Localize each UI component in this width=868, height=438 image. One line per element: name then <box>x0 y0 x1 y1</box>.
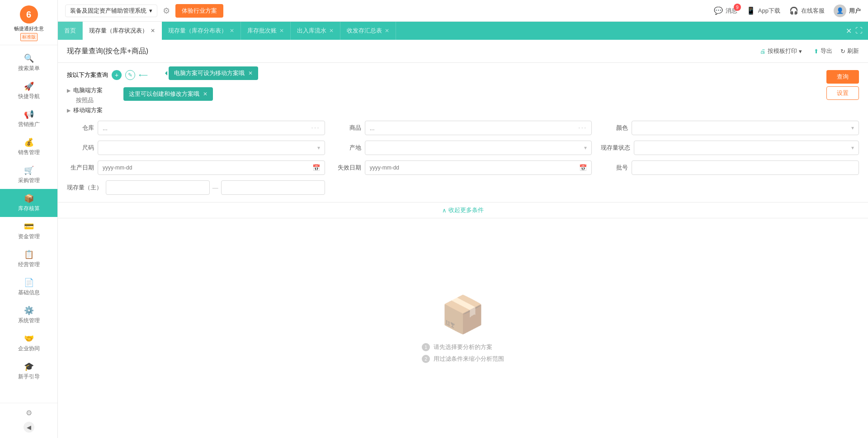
calendar-icon[interactable]: 📅 <box>579 164 587 171</box>
filter-row-stock-status: 现存量状态 ▾ <box>601 141 859 155</box>
app-download-btn[interactable]: 📱 App下载 <box>746 6 780 15</box>
expiry-date-field[interactable] <box>370 165 580 171</box>
tab-close-all-icon[interactable]: ✕ <box>846 27 852 35</box>
scheme-mobile-item[interactable]: ▶ 移动端方案 <box>67 105 859 115</box>
tooltip-desktop: 电脑方案可设为移动方案哦 ✕ <box>169 66 258 80</box>
sidebar-item-newbie[interactable]: 🎓 新手引导 <box>0 357 57 385</box>
tabbar: 首页 现存量（库存状况表） ✕ 现存量（库存分布表） ✕ 库存批次账 ✕ 出入库… <box>58 22 868 40</box>
hint-text-2: 用过滤条件来缩小分析范围 <box>434 355 504 363</box>
trial-button[interactable]: 体验行业方案 <box>175 4 223 18</box>
tooltip-desktop-close[interactable]: ✕ <box>248 70 253 76</box>
sidebar-item-purchase[interactable]: 🛒 采购管理 <box>0 161 57 189</box>
handshake-icon: 🤝 <box>24 334 34 344</box>
sidebar-item-basic[interactable]: 📄 基础信息 <box>0 273 57 301</box>
filter-header-label: 按以下方案查询 <box>67 71 108 79</box>
tab-inventory-status-label: 现存量（库存状况表） <box>89 27 148 35</box>
tooltip-create-close[interactable]: ✕ <box>203 91 208 97</box>
batch-field[interactable] <box>637 165 854 171</box>
sidebar-item-sales[interactable]: 💰 销售管理 <box>0 133 57 161</box>
origin-select[interactable]: ▾ <box>365 141 592 155</box>
tab-close-icon[interactable]: ✕ <box>385 28 389 34</box>
filter-edit-btn[interactable]: ✎ <box>125 70 135 80</box>
stock-main-from[interactable] <box>106 180 210 195</box>
filter-add-btn[interactable]: + <box>112 70 122 80</box>
tab-fullscreen-icon[interactable]: ⛶ <box>855 27 863 35</box>
range-dash: — <box>212 184 218 191</box>
tab-inout-flow-label: 出入库流水 <box>297 27 326 35</box>
sidebar-item-corp[interactable]: 🤝 企业协同 <box>0 329 57 357</box>
calendar-icon[interactable]: 📅 <box>312 164 320 171</box>
sidebar-item-label: 经营管理 <box>18 261 40 268</box>
message-icon: 💬 <box>714 6 723 15</box>
refresh-btn[interactable]: ↻ 刷新 <box>840 47 859 55</box>
select-arrow-icon: ▾ <box>317 145 320 151</box>
message-btn[interactable]: 💬 消息 9 <box>714 6 737 15</box>
color-label: 颜色 <box>601 124 628 132</box>
production-date-field[interactable] <box>103 165 312 171</box>
tab-recv-send[interactable]: 收发存汇总表 ✕ <box>340 22 396 40</box>
tab-batch-account[interactable]: 库存批次账 ✕ <box>241 22 291 40</box>
warehouse-field[interactable] <box>103 125 311 132</box>
filter-row-expiry-date: 失效日期 📅 <box>334 160 592 175</box>
expiry-date-input[interactable]: 📅 <box>365 160 592 175</box>
tab-home[interactable]: 首页 <box>58 22 83 40</box>
query-button[interactable]: 查询 <box>826 70 859 84</box>
warehouse-input[interactable]: ··· <box>98 121 325 135</box>
sidebar-item-operation[interactable]: 📋 经营管理 <box>0 245 57 273</box>
sidebar-bottom: ⚙ ◀ <box>0 403 57 438</box>
export-btn[interactable]: ⬆ 导出 <box>810 45 836 57</box>
batch-input[interactable] <box>632 160 859 175</box>
money-icon: 💰 <box>24 137 34 147</box>
tab-inventory-status[interactable]: 现存量（库存状况表） ✕ <box>83 22 162 40</box>
print-btn[interactable]: 🖨 按模板打印 ▾ <box>756 45 806 57</box>
more-options-icon[interactable]: ··· <box>311 124 320 132</box>
tab-close-icon[interactable]: ✕ <box>329 28 334 34</box>
color-select[interactable]: ▾ <box>632 121 859 135</box>
tab-close-icon[interactable]: ✕ <box>279 28 284 34</box>
collapse-bar[interactable]: ∧ 收起更多条件 <box>58 203 868 218</box>
tab-home-label: 首页 <box>64 27 76 35</box>
settings-icon-btn[interactable]: ⚙ <box>163 6 170 16</box>
size-select[interactable]: ▾ <box>98 141 325 155</box>
sidebar-collapse-btn[interactable]: ◀ <box>24 422 34 433</box>
phone-icon: 📱 <box>746 6 755 15</box>
goods-input[interactable]: ··· <box>365 121 592 135</box>
tab-close-icon[interactable]: ✕ <box>230 28 234 34</box>
sidebar-item-marketing[interactable]: 📢 营销推广 <box>0 105 57 133</box>
stock-main-to[interactable] <box>221 180 325 195</box>
sidebar-item-quick[interactable]: 🚀 快捷导航 <box>0 77 57 105</box>
batch-label: 批号 <box>601 164 628 172</box>
tab-inout-flow[interactable]: 出入库流水 ✕ <box>291 22 340 40</box>
sidebar-item-search[interactable]: 🔍 搜索菜单 <box>0 49 57 77</box>
sidebar-item-finance[interactable]: 💳 资金管理 <box>0 217 57 245</box>
production-date-input[interactable]: 📅 <box>98 160 325 175</box>
sidebar-item-system[interactable]: ⚙️ 系统管理 <box>0 301 57 329</box>
goods-field[interactable] <box>370 125 578 132</box>
filter-arrow-left[interactable]: ⟵ <box>139 71 148 79</box>
filter-row-batch: 批号 <box>601 160 859 175</box>
sidebar-item-label: 企业协同 <box>18 345 40 353</box>
logo-tag: 标准版 <box>20 33 38 41</box>
user-info[interactable]: 👤 用户 <box>834 5 861 17</box>
system-selector[interactable]: 装备及固定资产辅助管理系统 ▾ <box>65 5 157 17</box>
origin-label: 产地 <box>334 144 361 152</box>
tab-close-icon[interactable]: ✕ <box>151 28 155 34</box>
empty-hints: 1 请先选择要分析的方案 2 用过滤条件来缩小分析范围 <box>422 343 504 363</box>
sidebar-logo: 6 畅捷通好生意 标准版 <box>0 0 57 45</box>
sidebar-item-label: 采购管理 <box>18 177 40 184</box>
empty-state: 📦 1 请先选择要分析的方案 2 用过滤条件来缩小分析范围 <box>58 218 868 438</box>
stock-status-select[interactable]: ▾ <box>634 141 859 155</box>
reset-button[interactable]: 设置 <box>826 86 859 100</box>
main-area: 装备及固定资产辅助管理系统 ▾ ⚙ 体验行业方案 💬 消息 9 📱 App下载 … <box>58 0 868 438</box>
sidebar-item-label: 搜索菜单 <box>18 65 40 72</box>
tab-inventory-dist[interactable]: 现存量（库存分布表） ✕ <box>162 22 241 40</box>
more-options-icon[interactable]: ··· <box>578 124 587 132</box>
sidebar-settings-btn[interactable]: ⚙ <box>26 409 32 417</box>
sidebar-item-inventory[interactable]: 📦 库存核算 <box>0 189 57 217</box>
expiry-date-label: 失效日期 <box>334 164 361 172</box>
empty-illustration: 📦 <box>440 293 486 336</box>
export-icon: ⬆ <box>814 48 819 55</box>
online-support-btn[interactable]: 🎧 在线客服 <box>789 6 825 15</box>
warehouse-label: 仓库 <box>67 124 94 132</box>
sidebar-item-label: 基础信息 <box>18 289 40 297</box>
